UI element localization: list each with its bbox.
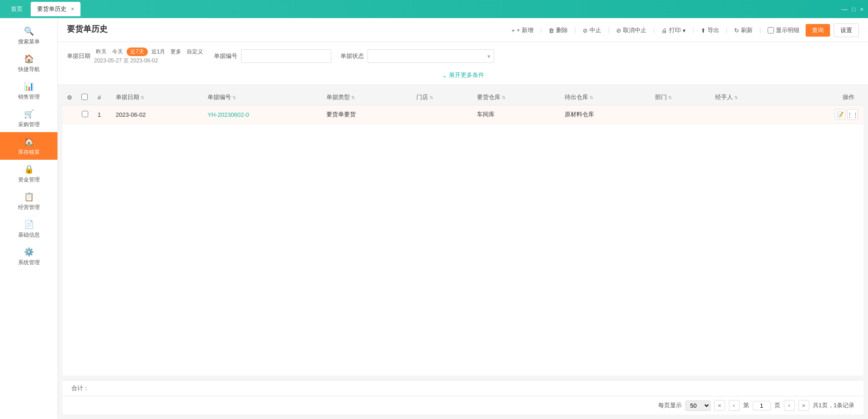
col-req-warehouse[interactable]: 要货仓库 [472, 90, 560, 105]
refresh-button[interactable]: ↻ 刷新 [731, 24, 755, 36]
status-input[interactable] [368, 49, 494, 63]
row-checkbox[interactable] [77, 105, 93, 124]
doc-no-link[interactable]: YH-20230602-0 [208, 111, 249, 118]
new-button[interactable]: + + 新增 [509, 24, 536, 36]
sidebar-item-sales-label: 销售管理 [18, 93, 40, 101]
cancel-stop-button[interactable]: ⊘ 取消中止 [613, 24, 649, 36]
tab-history[interactable]: 要货单历史 × [31, 2, 80, 16]
total-label: 合计： [71, 385, 89, 391]
row-select-checkbox[interactable] [82, 111, 88, 117]
col-action: 操作 [785, 90, 863, 105]
date-shortcuts: 昨天 今天 近7天 近1月 更多 自定义 [94, 48, 205, 56]
status-label: 单据状态 [340, 52, 364, 60]
cancel-stop-icon: ⊘ [616, 27, 621, 34]
sidebar-item-basics-label: 基础信息 [18, 231, 40, 239]
sidebar-item-system[interactable]: ⚙️ 系统管理 [0, 243, 57, 270]
expand-more-btn[interactable]: ⌄ 展开更多条件 [442, 71, 484, 79]
prev-page-icon: ‹ [733, 402, 735, 409]
show-detail-label: 显示明细 [776, 26, 799, 34]
shortcut-month1[interactable]: 近1月 [150, 48, 167, 56]
tab-close-icon[interactable]: × [71, 6, 74, 12]
top-bar: 首页 要货单历史 × — □ × [0, 0, 868, 18]
settings-label: 设置 [840, 26, 852, 34]
sidebar-item-operations-label: 经营管理 [18, 204, 40, 211]
row-more-button[interactable]: ⋮⋮ [847, 109, 858, 120]
sidebar-item-operations[interactable]: 📋 经营管理 [0, 187, 57, 215]
shortcut-week7[interactable]: 近7天 [127, 48, 148, 56]
shortcut-today[interactable]: 今天 [110, 48, 125, 56]
row-doc-type: 要货单要货 [322, 105, 412, 124]
divider-3 [609, 27, 609, 33]
show-detail-button[interactable]: 显示明细 [765, 24, 802, 36]
export-label: 导出 [708, 26, 719, 34]
settings-button[interactable]: 设置 [834, 24, 859, 37]
query-button[interactable]: 查询 [806, 24, 830, 37]
col-department[interactable]: 部门 [651, 90, 711, 105]
sidebar-item-inventory[interactable]: 🏠 库存核算 [0, 132, 57, 160]
print-button[interactable]: 🖨 打印 ▾ [659, 24, 689, 36]
total-info: 共1页，1条记录 [813, 401, 854, 409]
last-page-icon: » [802, 402, 805, 409]
pagination-bar: 每页显示 50 20 100 200 « ‹ 第 页 › » 共1页，1条记录 [62, 396, 863, 414]
row-num: 1 [93, 105, 111, 124]
data-table: ⚙ # 单据日期 单据编号 单据类型 门店 要货仓库 待出仓库 部门 经手人 [62, 90, 863, 124]
sidebar-item-quicknav-label: 快捷导航 [18, 66, 40, 73]
row-date: 2023-06-02 [111, 105, 203, 124]
col-date[interactable]: 单据日期 [111, 90, 203, 105]
select-all-checkbox[interactable] [81, 94, 88, 100]
filter-area: 单据日期 昨天 今天 近7天 近1月 更多 自定义 2023-05-27 至 2… [58, 42, 868, 85]
first-page-button[interactable]: « [714, 400, 725, 411]
stop-label: 中止 [590, 26, 601, 34]
tab-history-label: 要货单历史 [37, 5, 66, 13]
inventory-icon: 🏠 [24, 137, 34, 147]
col-handler[interactable]: 经手人 [711, 90, 785, 105]
doc-no-label: 单据编号 [214, 52, 237, 60]
sidebar-item-sales[interactable]: 📊 销售管理 [0, 77, 57, 105]
shortcut-custom[interactable]: 自定义 [185, 48, 205, 56]
next-page-icon: › [788, 402, 790, 409]
page-size-select[interactable]: 50 20 100 200 [685, 400, 711, 411]
date-filter-label: 单据日期 [67, 52, 90, 60]
delete-button[interactable]: 🗑 删除 [546, 24, 571, 36]
filter-row-1: 单据日期 昨天 今天 近7天 近1月 更多 自定义 2023-05-27 至 2… [67, 48, 859, 65]
sidebar-item-finance[interactable]: 🔒 资金管理 [0, 160, 57, 187]
col-doc-no[interactable]: 单据编号 [203, 90, 322, 105]
query-label: 查询 [812, 26, 824, 34]
divider-2 [575, 27, 576, 33]
page-size-label: 每页显示 [658, 401, 682, 409]
jump-label: 第 [743, 401, 749, 409]
restore-icon[interactable]: □ [852, 6, 856, 13]
stop-button[interactable]: ⊘ 中止 [580, 24, 604, 36]
sidebar-item-basics[interactable]: 📄 基础信息 [0, 215, 57, 243]
sidebar-item-search[interactable]: 🔍 搜索菜单 [0, 22, 57, 49]
col-doc-type[interactable]: 单据类型 [322, 90, 412, 105]
sidebar-item-quicknav[interactable]: 🏠 快捷导航 [0, 49, 57, 77]
show-detail-checkbox[interactable] [768, 27, 774, 33]
row-edit-button[interactable]: 📝 [835, 109, 845, 120]
col-store[interactable]: 门店 [412, 90, 472, 105]
doc-no-input[interactable] [241, 49, 331, 63]
tab-home[interactable]: 首页 [5, 2, 29, 16]
divider-5 [693, 27, 693, 33]
sidebar-item-finance-label: 资金管理 [18, 176, 40, 184]
new-label: + 新增 [517, 26, 533, 34]
export-button[interactable]: ⬆ 导出 [698, 24, 722, 36]
expand-more-label: 展开更多条件 [449, 71, 484, 79]
sidebar-item-purchase[interactable]: 🛒 采购管理 [0, 105, 57, 132]
refresh-label: 刷新 [741, 26, 753, 34]
sidebar-item-system-label: 系统管理 [18, 259, 40, 267]
prev-page-button[interactable]: ‹ [729, 400, 740, 411]
row-doc-no[interactable]: YH-20230602-0 [203, 105, 322, 124]
shortcut-more[interactable]: 更多 [169, 48, 183, 56]
next-page-button[interactable]: › [784, 400, 795, 411]
col-pending-warehouse[interactable]: 待出仓库 [560, 90, 651, 105]
last-page-button[interactable]: » [798, 400, 809, 411]
page-label: 页 [774, 401, 780, 409]
page-input[interactable] [753, 401, 771, 410]
status-dropdown-icon[interactable]: ▾ [487, 53, 491, 60]
cancel-stop-label: 取消中止 [623, 26, 646, 34]
close-icon[interactable]: × [860, 6, 863, 13]
minimize-icon[interactable]: — [842, 6, 848, 13]
shortcut-yesterday[interactable]: 昨天 [94, 48, 108, 56]
col-settings[interactable]: ⚙ [62, 90, 77, 105]
